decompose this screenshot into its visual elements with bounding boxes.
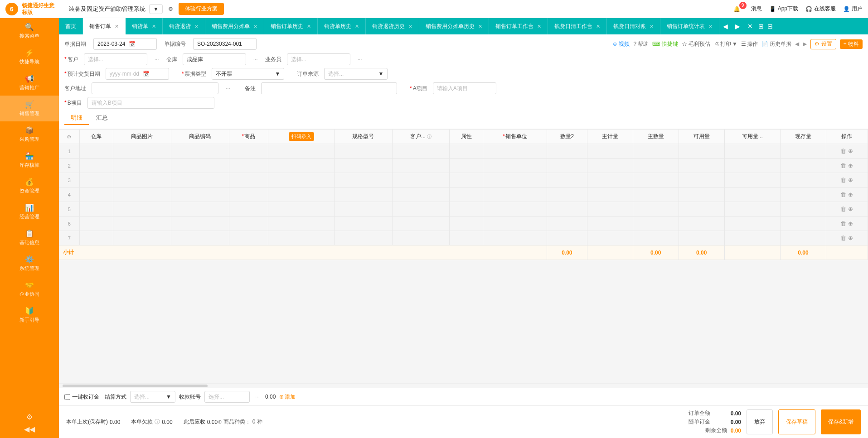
profit-link[interactable]: ☆ 毛利预估 (682, 40, 710, 48)
row-copy-btn[interactable]: ⊕ (848, 235, 853, 241)
tab-close-sales-return[interactable]: ✕ (194, 24, 199, 29)
sidebar-item-system[interactable]: ⚙️ 系统管理 (0, 250, 59, 276)
account-select[interactable]: 选择... (204, 391, 250, 403)
tab-close-sales-workbench[interactable]: ✕ (537, 24, 541, 29)
project-b-input[interactable]: 请输入B项目 (87, 97, 214, 109)
col-settings[interactable]: ⚙ (59, 130, 80, 144)
save-new-btn[interactable]: 保存&新增 (821, 409, 861, 434)
tab-close-return-history[interactable]: ✕ (408, 24, 412, 29)
sidebar-item-marketing[interactable]: 📢 营销推广 (0, 70, 59, 96)
row-delete-btn[interactable]: 🗑 (840, 162, 846, 169)
tab-sales-workbench[interactable]: 销售订单工作台 ✕ (489, 18, 548, 34)
tab-sales-order[interactable]: 销售订单 ✕ (83, 18, 126, 34)
sidebar-item-search[interactable]: 🔍 搜索菜单 (0, 18, 59, 44)
sidebar-item-inventory[interactable]: 🏪 库存核算 (0, 147, 59, 173)
row-copy-btn[interactable]: ⊕ (848, 148, 853, 154)
tab-close-bill-history[interactable]: ✕ (355, 24, 359, 29)
row-copy-btn[interactable]: ⊕ (848, 220, 853, 227)
paging-next[interactable]: ▶ (803, 41, 807, 47)
tab-sales-return-history[interactable]: 销货退货历史 ✕ (366, 18, 419, 34)
tab-sales-stats[interactable]: 销售订单统计表 ✕ (660, 18, 719, 34)
one-click-deposit[interactable]: 一键收订金 (64, 393, 99, 401)
row-copy-btn[interactable]: ⊕ (848, 162, 853, 169)
tab-sales-return[interactable]: 销货退货 ✕ (163, 18, 205, 34)
bill-date-input[interactable]: 2023-03-24 📅 (93, 38, 157, 50)
discard-btn[interactable]: 放弃 (747, 409, 773, 434)
add-item-btn[interactable]: + 物料 (840, 39, 863, 49)
save-draft-btn[interactable]: 保存草稿 (778, 409, 815, 434)
sidebar-item-operations[interactable]: 📊 经营管理 (0, 199, 59, 225)
operation-link[interactable]: ☰ 操作 (741, 40, 758, 48)
account-more-icon[interactable]: ··· (253, 394, 262, 400)
tab-sales-fee[interactable]: 销售费用分摊单 ✕ (205, 18, 264, 34)
bill-no-input[interactable]: SO-20230324-001 (193, 38, 257, 50)
tab-cash-workbench[interactable]: 钱货日清工作台 ✕ (548, 18, 607, 34)
tab-sales-order-history[interactable]: 销售订单历史 ✕ (264, 18, 318, 34)
horizontal-scrollbar[interactable] (59, 383, 868, 388)
tab-close-sales-bill[interactable]: ✕ (152, 24, 156, 29)
tab-sales-bill[interactable]: 销货单 ✕ (126, 18, 163, 34)
one-click-deposit-checkbox[interactable] (64, 394, 70, 400)
add-payment-btn[interactable]: ⊕ 添加 (279, 393, 296, 401)
row-copy-btn[interactable]: ⊕ (848, 177, 853, 183)
tab-cash-reconcile[interactable]: 钱货日清对账 ✕ (607, 18, 660, 34)
sidebar-item-basic[interactable]: 📋 基础信息 (0, 225, 59, 250)
tab-detail[interactable]: 明细 (64, 111, 89, 125)
row-copy-btn[interactable]: ⊕ (848, 191, 853, 198)
scan-btn[interactable]: 扫码录入 (289, 132, 314, 141)
notification-item[interactable]: 🔔 9 消息 (733, 5, 762, 13)
warehouse-more-icon[interactable]: ··· (252, 56, 260, 63)
system-dropdown[interactable]: ▼ (149, 4, 163, 14)
customer-more-icon[interactable]: ··· (153, 56, 161, 63)
tab-close-sales-fee[interactable]: ✕ (253, 24, 257, 29)
settings-btn[interactable]: ⚙ 设置 (810, 39, 836, 49)
row-delete-btn[interactable]: 🗑 (840, 148, 846, 154)
sidebar-item-purchase[interactable]: 📦 采购管理 (0, 121, 59, 147)
address-more-icon[interactable]: ··· (224, 85, 232, 91)
project-a-input[interactable]: 请输入A项目 (433, 82, 496, 94)
tab-summary[interactable]: 汇总 (90, 111, 114, 125)
sidebar-item-sales[interactable]: 🛒 销售管理 (0, 96, 59, 121)
warehouse-input[interactable]: 成品库 (183, 53, 246, 65)
row-delete-btn[interactable]: 🗑 (840, 220, 846, 227)
online-service-item[interactable]: 🎧 在线客服 (805, 5, 836, 13)
sidebar-item-shortcut[interactable]: ⚡ 快捷导航 (0, 44, 59, 70)
shortcut-link[interactable]: ⌨ 快捷键 (652, 40, 678, 48)
tab-close-sales-stats[interactable]: ✕ (708, 24, 713, 29)
salesperson-more-icon[interactable]: ··· (356, 56, 364, 63)
note-input[interactable] (261, 82, 397, 94)
tab-close-cash-reconcile[interactable]: ✕ (650, 24, 654, 29)
tab-sales-bill-history[interactable]: 销货单历史 ✕ (318, 18, 366, 34)
salesperson-input[interactable]: 选择... (287, 53, 350, 65)
sidebar-item-guide[interactable]: 🔰 新手引导 (0, 302, 59, 328)
sidebar-gear-icon[interactable]: ⚙ (26, 413, 33, 421)
customer-input[interactable]: 选择... (84, 53, 147, 65)
row-delete-btn[interactable]: 🗑 (840, 177, 846, 183)
sidebar-item-finance[interactable]: 💰 资金管理 (0, 173, 59, 199)
address-input[interactable] (92, 82, 218, 94)
row-copy-btn[interactable]: ⊕ (848, 206, 853, 212)
user-item[interactable]: 👤 用户 (843, 5, 863, 13)
tab-close-cash-workbench[interactable]: ✕ (596, 24, 600, 29)
order-source-input[interactable]: 选择... ▼ (324, 68, 388, 80)
tab-next-btn[interactable]: ▶ (732, 23, 744, 30)
scrollbar-thumb[interactable] (63, 385, 208, 387)
invoice-type-select[interactable]: 不开票 ▼ (212, 68, 284, 80)
delivery-date-input[interactable]: yyyy-mm-dd 📅 (106, 68, 169, 80)
col-scan[interactable]: 扫码录入 (268, 130, 335, 144)
sidebar-item-collab[interactable]: 🤝 企业协同 (0, 276, 59, 302)
tab-layout-btn[interactable]: ⊟ (766, 23, 775, 30)
row-delete-btn[interactable]: 🗑 (840, 191, 846, 198)
tab-close-order-history[interactable]: ✕ (307, 24, 311, 29)
settings-icon[interactable]: ⚙ (166, 4, 175, 14)
row-delete-btn[interactable]: 🗑 (840, 206, 846, 212)
payment-method-select[interactable]: 选择... ▼ (130, 391, 175, 403)
industry-btn[interactable]: 体验行业方案 (179, 3, 224, 15)
help-link[interactable]: ? 帮助 (633, 40, 649, 48)
sidebar-collapse-icon[interactable]: ◀◀ (24, 425, 35, 433)
view-link[interactable]: ⊙ 视频 (613, 40, 630, 48)
history-link[interactable]: 📄 历史单据 (761, 40, 791, 48)
app-download-item[interactable]: 📱 App下载 (769, 5, 798, 13)
tab-sales-fee-history[interactable]: 销售费用分摊单历史 ✕ (419, 18, 489, 34)
print-link[interactable]: 🖨 打印 ▼ (714, 40, 737, 48)
